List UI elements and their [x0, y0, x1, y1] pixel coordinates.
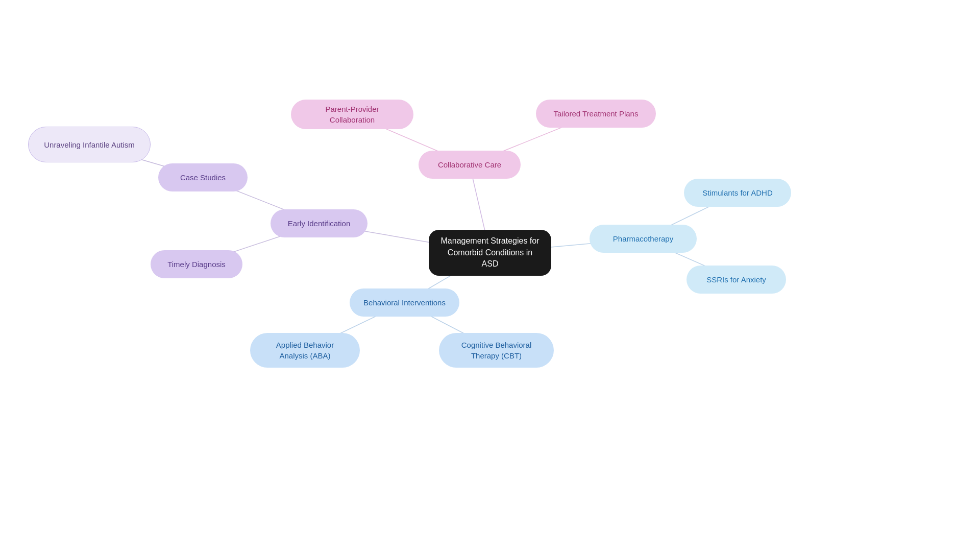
aba-node[interactable]: Applied Behavior Analysis (ABA)	[250, 333, 360, 368]
ssris-node[interactable]: SSRIs for Anxiety	[687, 266, 786, 294]
collaborative-care-node[interactable]: Collaborative Care	[419, 151, 521, 179]
stimulants-node[interactable]: Stimulants for ADHD	[684, 179, 791, 207]
tailored-treatment-node[interactable]: Tailored Treatment Plans	[536, 100, 656, 128]
cbt-node[interactable]: Cognitive Behavioral Therapy (CBT)	[439, 333, 554, 368]
timely-diagnosis-node[interactable]: Timely Diagnosis	[151, 250, 242, 278]
behavioral-interventions-node[interactable]: Behavioral Interventions	[350, 288, 459, 317]
parent-provider-node[interactable]: Parent-Provider Collaboration	[291, 100, 413, 129]
center-node[interactable]: Management Strategies for Comorbid Condi…	[429, 230, 551, 276]
pharmacotherapy-node[interactable]: Pharmacotherapy	[590, 225, 697, 253]
case-studies-node[interactable]: Case Studies	[158, 163, 248, 191]
early-identification-node[interactable]: Early Identification	[271, 209, 368, 237]
unraveling-autism-node[interactable]: Unraveling Infantile Autism	[28, 127, 151, 162]
